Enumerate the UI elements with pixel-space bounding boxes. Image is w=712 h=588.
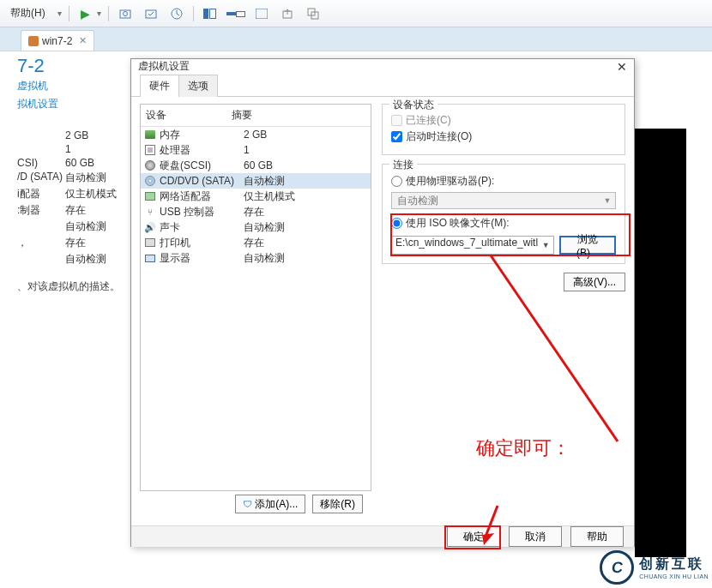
cpu-icon <box>144 144 156 156</box>
layout1-icon[interactable] <box>201 4 220 23</box>
hw-row-snd[interactable]: 🔊声卡自动检测 <box>141 219 371 235</box>
use-physical-radio[interactable]: 使用物理驱动器(P): <box>391 174 616 189</box>
cancel-button[interactable]: 取消 <box>509 526 562 547</box>
use-iso-radio[interactable]: 使用 ISO 映像文件(M): <box>391 216 616 231</box>
device-name: USB 控制器 <box>160 205 240 219</box>
ok-button[interactable]: 确定 <box>447 526 500 547</box>
watermark: C 创新互联 CHUANG XIN HU LIAN <box>600 550 709 585</box>
connection-group: 连接 使用物理驱动器(P): 自动检测▼ 使用 ISO 映像文件(M): E:\… <box>382 164 625 264</box>
device-summary: 自动检测 <box>244 251 367 266</box>
device-summary: 2 GB <box>244 129 367 141</box>
col-device: 设备 <box>141 105 226 126</box>
close-icon[interactable]: ✕ <box>79 35 87 46</box>
chevron-down-icon: ▼ <box>601 193 613 208</box>
separator <box>69 6 69 21</box>
device-summary: 仅主机模式 <box>244 189 367 204</box>
device-name: CD/DVD (SATA) <box>160 175 240 187</box>
iso-path-input[interactable]: E:\cn_windows_7_ultimate_witl▼ <box>391 236 554 255</box>
remove-button[interactable]: 移除(R) <box>312 495 363 513</box>
device-summary: 自动检测 <box>244 220 367 235</box>
device-status-group: 设备状态 已连接(C) 启动时连接(O) <box>382 104 625 155</box>
watermark-name: 创新互联 <box>639 555 709 573</box>
col-summary: 摘要 <box>226 105 257 126</box>
play-icon[interactable]: ▶ <box>76 4 95 23</box>
hdd-icon <box>144 159 156 171</box>
tab-bar: win7-2 ✕ <box>0 27 712 51</box>
connected-checkbox: 已连接(C) <box>391 113 616 128</box>
device-summary: 存在 <box>244 205 367 219</box>
hw-row-prn[interactable]: 打印机存在 <box>141 235 371 250</box>
device-summary: 存在 <box>244 236 367 250</box>
add-button[interactable]: 🛡添加(A)... <box>235 495 305 513</box>
help-button[interactable]: 帮助 <box>570 526 624 547</box>
svg-point-1 <box>123 11 127 15</box>
hw-row-cd[interactable]: CD/DVD (SATA)自动检测 <box>141 173 371 189</box>
hw-row-net[interactable]: 网络适配器仅主机模式 <box>141 189 371 204</box>
hardware-list: 设备 摘要 内存2 GB处理器1硬盘(SCSI)60 GBCD/DVD (SAT… <box>140 104 371 491</box>
vm-screen <box>635 129 686 557</box>
main-toolbar: 帮助(H) ▾ ▶▾ <box>0 0 712 27</box>
separator <box>193 6 194 21</box>
physical-drive-select: 自动检测▼ <box>391 192 616 209</box>
device-summary: 1 <box>244 144 367 156</box>
svg-rect-4 <box>256 9 268 19</box>
device-name: 处理器 <box>160 143 240 158</box>
device-summary: 自动检测 <box>244 174 367 189</box>
tab-label: win7-2 <box>42 35 72 47</box>
connect-at-poweron-checkbox[interactable]: 启动时连接(O) <box>391 129 616 144</box>
help-menu[interactable]: 帮助(H) <box>5 4 51 22</box>
dialog-footer: 确定 取消 帮助 <box>131 525 634 547</box>
prn-icon <box>144 237 156 249</box>
watermark-logo-icon: C <box>600 550 634 585</box>
vm-icon <box>28 36 39 46</box>
list-header: 设备 摘要 <box>141 105 371 127</box>
device-name: 硬盘(SCSI) <box>160 159 240 173</box>
cd-icon <box>144 175 156 187</box>
clock-icon[interactable] <box>167 4 186 23</box>
group-legend: 设备状态 <box>389 98 437 112</box>
fullscreen-icon[interactable] <box>252 4 271 23</box>
vm-settings-dialog: 虚拟机设置 ✕ 硬件 选项 设备 摘要 内存2 GB处理器1硬盘(SCSI)60… <box>130 58 635 547</box>
tab-hardware[interactable]: 硬件 <box>140 75 179 97</box>
snapshot-icon[interactable] <box>116 4 135 23</box>
unity-icon[interactable] <box>304 4 323 23</box>
tab-options[interactable]: 选项 <box>178 75 218 97</box>
snd-icon: 🔊 <box>144 221 156 233</box>
separator <box>108 6 109 21</box>
mem-icon <box>144 129 156 141</box>
device-summary: 60 GB <box>244 159 367 171</box>
snapshot2-icon[interactable] <box>142 4 160 23</box>
advanced-button[interactable]: 高级(V)... <box>564 273 625 291</box>
hw-row-usb[interactable]: ⑂USB 控制器存在 <box>141 204 371 219</box>
device-name: 显示器 <box>160 251 240 266</box>
browse-button[interactable]: 浏览(B)... <box>559 236 616 255</box>
hw-row-mem[interactable]: 内存2 GB <box>141 127 371 142</box>
hw-row-mon[interactable]: 显示器自动检测 <box>141 250 371 266</box>
device-detail-panel: 设备状态 已连接(C) 启动时连接(O) 连接 使用物理驱动器(P): 自动检测… <box>382 104 625 520</box>
usb-icon: ⑂ <box>144 206 156 218</box>
export-icon[interactable] <box>278 4 297 23</box>
dialog-title: 虚拟机设置 <box>138 59 190 74</box>
hw-row-hdd[interactable]: 硬盘(SCSI)60 GB <box>141 158 371 173</box>
hardware-buttons: 🛡添加(A)... 移除(R) <box>140 491 371 520</box>
close-icon[interactable]: ✕ <box>617 60 627 74</box>
device-name: 打印机 <box>160 236 240 250</box>
watermark-pinyin: CHUANG XIN HU LIAN <box>639 573 709 579</box>
chevron-down-icon[interactable]: ▼ <box>540 238 552 252</box>
shield-icon: 🛡 <box>243 499 252 509</box>
layout2-icon[interactable] <box>226 4 245 23</box>
dialog-tabs: 硬件 选项 <box>131 74 634 97</box>
device-name: 声卡 <box>160 220 240 235</box>
dialog-titlebar: 虚拟机设置 ✕ <box>131 59 634 74</box>
group-legend: 连接 <box>389 158 417 172</box>
hw-row-cpu[interactable]: 处理器1 <box>141 142 371 158</box>
device-name: 网络适配器 <box>160 189 240 204</box>
mon-icon <box>144 252 156 264</box>
tab-win7-2[interactable]: win7-2 ✕ <box>21 30 94 51</box>
device-name: 内存 <box>160 128 240 142</box>
net-icon <box>144 190 156 202</box>
